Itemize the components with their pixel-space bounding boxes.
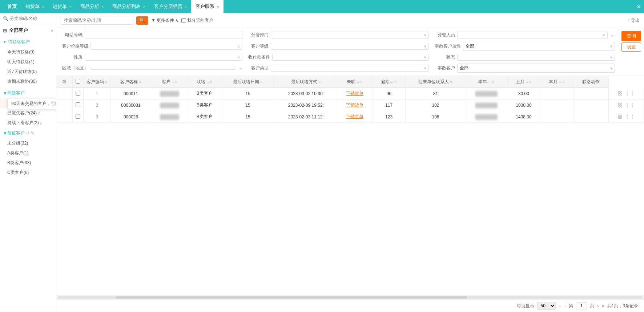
nav-customer-segmentation[interactable]: 客户分层经营 × — [150, 0, 191, 13]
sidebar-all-customers[interactable]: ⊞ 全部客户 « — [0, 24, 56, 37]
adv-select-price-level[interactable]: ∨ — [90, 43, 242, 50]
refresh-icon[interactable]: ↺ — [26, 131, 30, 136]
search-button[interactable]: 🔍 — [136, 16, 148, 25]
td-last-method[interactable]: 下销货单 — [337, 111, 373, 123]
adv-select-manager[interactable]: ∨ — [457, 32, 608, 39]
sidebar-item-classC[interactable]: C类客户(6) — [0, 168, 56, 178]
my-customers-checkbox[interactable] — [181, 18, 186, 23]
more-conditions-button[interactable]: ▼ 更多条件 ∧ — [151, 17, 178, 24]
sidebar-item-classA[interactable]: A类客户(1) — [0, 148, 56, 158]
adv-select-retail-attr[interactable]: 全部 ∨ — [463, 42, 615, 51]
adv-select-region[interactable] — [90, 67, 236, 70]
scrollbar-thumb[interactable] — [116, 296, 467, 299]
adv-select-nature[interactable]: ∨ — [85, 54, 242, 61]
th-settings[interactable]: ⚙ — [56, 76, 72, 88]
th-contact-person[interactable]: 往来单位联系人⇅ — [406, 76, 466, 88]
th-last-month[interactable]: 上月...⇅ — [507, 76, 540, 88]
adv-input-phone[interactable] — [85, 31, 242, 39]
my-customers-checkbox-label[interactable]: 我分管的客户 — [181, 17, 213, 24]
scrollbar-track[interactable] — [58, 296, 643, 299]
th-type[interactable]: 客户...⇅ — [151, 76, 188, 88]
adv-select-customer-level[interactable]: ∨ — [271, 43, 428, 50]
last-method-link[interactable]: 下销货单 — [346, 91, 363, 96]
th-overdue[interactable]: 逾期...⇅ — [373, 76, 406, 88]
nav-customer-contact[interactable]: 客户联系 × — [191, 0, 223, 13]
table-header-row: ⚙ 客户编码⇅ 客户名称⇅ 客户...⇅ 联络...⇅ 最后联络日期⇅ 最后联络… — [56, 76, 644, 88]
action-link-icon[interactable]: ⛓ — [617, 102, 623, 108]
sidebar-item-declining[interactable]: 持续下滑客户(2) ? — [0, 118, 56, 128]
page-size-select[interactable]: 50 20 100 — [537, 302, 556, 310]
td-checkbox[interactable] — [72, 88, 83, 100]
th-contact[interactable]: 联络...⇅ — [188, 76, 221, 88]
adv-dots-region[interactable]: ··· — [238, 65, 243, 71]
nav-purchase[interactable]: 进货单 × — [48, 0, 76, 13]
last-method-link[interactable]: 下销货单 — [346, 102, 363, 108]
nav-sales[interactable]: 销货单 × — [21, 0, 48, 13]
row-checkbox[interactable] — [76, 91, 80, 96]
nav-home[interactable]: 首页 — [3, 0, 21, 13]
action-menu-icon[interactable]: ⋮⋮ — [625, 90, 635, 96]
td-last-method[interactable]: 下销货单 — [337, 88, 373, 100]
nav-product-analysis[interactable]: 商品分析 × — [76, 0, 108, 13]
td-checkbox[interactable] — [72, 111, 83, 123]
td-checkbox[interactable] — [72, 100, 83, 111]
nav-purchase-close[interactable]: × — [69, 4, 71, 9]
action-menu-icon[interactable]: ⋮⋮ — [625, 102, 635, 108]
sidebar-item-today[interactable]: 今天待联络(0) — [0, 47, 56, 57]
last-page-button[interactable]: » — [601, 303, 604, 309]
th-name[interactable]: 客户名称⇅ — [110, 76, 151, 88]
sidebar-item-overdue-contact[interactable]: 逾期未联络(30) — [0, 77, 56, 86]
nav-product-list-close[interactable]: × — [143, 4, 145, 9]
query-button[interactable]: 查询 — [621, 31, 641, 41]
edit-icon[interactable]: ✎ — [31, 130, 35, 136]
th-unlink[interactable]: 未联...⇅ — [337, 76, 373, 88]
first-page-button[interactable]: « — [559, 303, 561, 309]
nav-customer-seg-close[interactable]: × — [185, 4, 187, 9]
adv-select-payment[interactable]: ∨ — [272, 54, 428, 61]
nav-customer-contact-close[interactable]: × — [217, 4, 219, 9]
page-number-input[interactable] — [576, 302, 587, 309]
grid-icon: ⊞ — [3, 28, 7, 33]
settings-button[interactable]: 设置 — [621, 42, 641, 52]
sort-icon-unlink: ⇅ — [360, 80, 363, 84]
th-this-year[interactable]: 本年...⇅ — [466, 76, 507, 88]
sidebar-group-pending-title[interactable]: ▼ 待联络客户 — [0, 37, 56, 47]
row-checkbox[interactable] — [76, 102, 80, 107]
sidebar-item-unclassified[interactable]: 未分组(32) — [0, 138, 56, 148]
th-checkbox[interactable] — [72, 76, 83, 88]
adv-select-dept[interactable]: ∨ — [271, 32, 428, 39]
sidebar-group-value-title[interactable]: ▼ 价值客户 ↺ ✎ — [0, 128, 56, 138]
th-last-method[interactable]: 最后联络方式⇅ — [275, 76, 337, 88]
action-link-icon[interactable]: ⛓ — [617, 90, 623, 96]
sidebar-item-tomorrow[interactable]: 明天待联络(1) — [0, 57, 56, 67]
sidebar-collapse-btn[interactable]: « — [51, 29, 53, 33]
sidebar-item-classB[interactable]: B类客户(33) — [0, 158, 56, 168]
question-icon2: ? — [40, 121, 42, 125]
adv-select-retail-customer[interactable]: 全部 ∨ — [457, 64, 615, 73]
adv-select-status[interactable]: ∨ — [457, 54, 615, 61]
nav-product-analysis-close[interactable]: × — [101, 4, 104, 9]
search-input[interactable] — [61, 16, 133, 25]
nav-sales-close[interactable]: × — [42, 4, 44, 9]
select-all-checkbox[interactable] — [76, 79, 80, 84]
last-method-link[interactable]: 下销货单 — [346, 114, 363, 119]
row-checkbox[interactable] — [76, 114, 80, 119]
sidebar-item-7days[interactable]: 近7天待联络(0) — [0, 67, 56, 77]
th-code[interactable]: 客户编码⇅ — [83, 76, 110, 88]
td-last-method[interactable]: 下销货单 — [337, 100, 373, 111]
action-menu-icon[interactable]: ⋮⋮ — [625, 114, 635, 120]
adv-select-customer-type[interactable]: ∨ — [271, 65, 428, 72]
nav-product-list[interactable]: 商品分析列表 × — [108, 0, 149, 13]
sidebar-group-problem-title[interactable]: ▼ 问题客户 — [0, 88, 56, 98]
th-this-month[interactable]: 本月...⇅ — [540, 76, 573, 88]
next-page-button[interactable]: › — [597, 303, 599, 309]
th-last-date[interactable]: 最后联络日期⇅ — [221, 76, 275, 88]
action-link-icon[interactable]: ⛓ — [617, 114, 623, 120]
sidebar-item-churned[interactable]: 已流失客户(24) ? — [0, 108, 56, 118]
prev-page-button[interactable]: ‹ — [564, 303, 566, 309]
adv-dots-manager[interactable]: ··· — [611, 32, 615, 38]
app-close-button[interactable]: ✕ — [636, 3, 641, 10]
export-button[interactable]: ↑ 导出 — [628, 17, 640, 24]
horizontal-scrollbar[interactable] — [56, 295, 644, 299]
sidebar-search-input[interactable] — [10, 16, 56, 21]
